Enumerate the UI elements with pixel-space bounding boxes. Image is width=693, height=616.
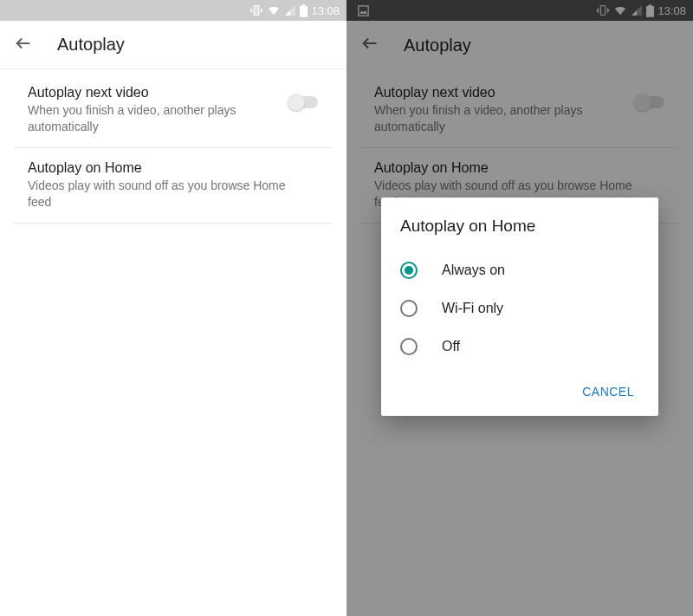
setting-subtitle: Videos play with sound off as you browse… [28, 178, 312, 211]
dialog-title: Autoplay on Home [400, 217, 639, 236]
radio-option-always-on[interactable]: Always on [400, 251, 639, 289]
radio-label: Off [442, 339, 460, 354]
status-time: 13:08 [311, 4, 340, 17]
radio-icon [400, 338, 418, 355]
radio-label: Always on [442, 263, 505, 278]
wifi-icon [267, 3, 281, 17]
radio-icon [400, 262, 418, 279]
battery-icon [300, 4, 308, 17]
setting-subtitle: When you finish a video, another plays a… [28, 102, 281, 135]
setting-autoplay-on-home[interactable]: Autoplay on Home Videos play with sound … [14, 148, 333, 224]
cancel-button[interactable]: CANCEL [577, 376, 639, 407]
screen-settings: 13:08 Autoplay Autoplay next video When … [0, 0, 346, 616]
setting-title: Autoplay next video [28, 85, 281, 101]
vibrate-icon [249, 3, 263, 17]
toggle-switch[interactable] [288, 94, 319, 111]
page-title: Autoplay [57, 35, 125, 55]
back-icon[interactable] [14, 34, 33, 56]
dialog-actions: CANCEL [400, 376, 639, 407]
radio-option-off[interactable]: Off [400, 327, 639, 366]
setting-autoplay-next-video[interactable]: Autoplay next video When you finish a vi… [14, 69, 333, 148]
radio-label: Wi-Fi only [442, 301, 503, 316]
screen-dialog: 13:08 Autoplay Autoplay next video When … [346, 0, 693, 616]
app-bar: Autoplay [0, 21, 346, 69]
signal-icon [284, 4, 296, 16]
radio-icon [400, 300, 418, 317]
setting-title: Autoplay on Home [28, 160, 312, 176]
radio-option-wifi-only[interactable]: Wi-Fi only [400, 289, 639, 327]
settings-list: Autoplay next video When you finish a vi… [0, 69, 346, 224]
status-bar: 13:08 [0, 0, 346, 21]
dialog-autoplay-on-home: Autoplay on Home Always on Wi-Fi only Of… [381, 198, 658, 416]
